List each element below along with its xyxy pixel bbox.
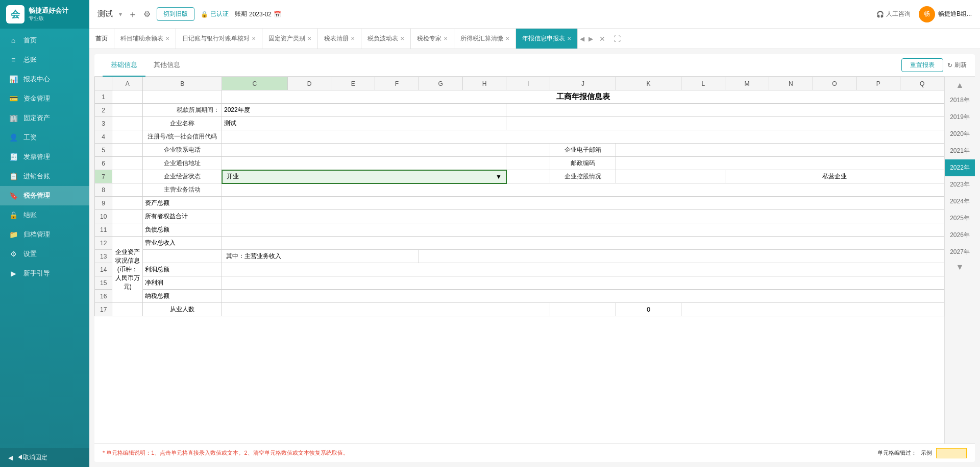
cell-k17[interactable] [681, 303, 944, 316]
sidebar-item-archive[interactable]: 📁 归档管理 [0, 225, 89, 244]
col-header-n[interactable]: N [769, 77, 813, 90]
cell-i7[interactable] [506, 170, 550, 183]
cell-c5[interactable] [222, 144, 506, 157]
cell-title[interactable]: 工商年报信息表 [222, 90, 944, 104]
cell-b13[interactable] [143, 250, 222, 263]
year-2019[interactable]: 2019年 [945, 109, 975, 126]
cell-b17[interactable]: 从业人数 [143, 303, 222, 316]
sidebar-item-guide[interactable]: ▶ 新手引导 [0, 264, 89, 283]
tab-close-icon[interactable]: ✕ [351, 36, 355, 41]
col-header-i[interactable]: I [506, 77, 550, 90]
year-2022[interactable]: 2022年 [945, 159, 975, 176]
tab-close-icon[interactable]: ✕ [252, 36, 256, 41]
tab-close-icon[interactable]: ✕ [400, 36, 404, 41]
tab-tax-check[interactable]: 税检专家 ✕ [411, 29, 454, 49]
col-header-m[interactable]: M [725, 77, 769, 90]
col-header-a[interactable]: A [112, 77, 143, 90]
cell-a6[interactable] [112, 157, 143, 170]
sidebar-item-close[interactable]: 🔒 结账 [0, 205, 89, 225]
cell-b15[interactable]: 净利润 [143, 276, 222, 290]
add-tab-button[interactable]: ＋ [128, 8, 137, 20]
tab-tax-list[interactable]: 税表清册 ✕ [318, 29, 361, 49]
cell-b2[interactable]: 税款所属期间： [143, 104, 222, 117]
cell-c2[interactable]: 2022年度 [222, 104, 506, 117]
tab-close-icon[interactable]: ✕ [505, 36, 509, 41]
cell-c13[interactable]: 其中：主营业务收入 [222, 250, 419, 263]
cell-a8[interactable] [112, 183, 143, 197]
tab-journal[interactable]: 日记账与银行对账单核对 ✕ [176, 29, 262, 49]
year-2024[interactable]: 2024年 [945, 193, 975, 210]
user-menu[interactable]: 畅 畅捷通B组... [919, 6, 972, 22]
sidebar-item-home[interactable]: ⌂ 首页 [0, 31, 89, 50]
tab-next-button[interactable]: ▶ [586, 29, 595, 49]
tab-income-tax[interactable]: 所得税汇算清缴 ✕ [454, 29, 516, 49]
cell-k6[interactable] [616, 157, 944, 170]
support-button[interactable]: 🎧 人工咨询 [876, 10, 911, 18]
refresh-button[interactable]: ↻ 刷新 [947, 58, 967, 72]
cell-a12-merged[interactable]: 企业资产状况信息(币种：人民币万元) [112, 237, 143, 303]
cell-i6[interactable] [506, 157, 550, 170]
cell-c11[interactable] [222, 223, 944, 237]
cell-b5[interactable]: 企业联系电话 [143, 144, 222, 157]
year-2027[interactable]: 2027年 [945, 244, 975, 261]
cell-c10[interactable] [222, 210, 944, 223]
cell-j7[interactable]: 企业控股情况 [550, 170, 616, 183]
tab-close-all-button[interactable]: ✕ [595, 29, 609, 49]
cell-j17[interactable]: 0 [616, 303, 681, 316]
topbar-dropdown-icon[interactable]: ▾ [119, 11, 122, 18]
cell-b9[interactable]: 资产总额 [143, 197, 222, 210]
cell-a2[interactable] [112, 104, 143, 117]
settings-button[interactable]: ⚙ [143, 9, 151, 19]
cell-c8[interactable] [222, 183, 944, 197]
cell-b16[interactable]: 纳税总额 [143, 290, 222, 303]
sidebar-item-ledger[interactable]: ≡ 总账 [0, 50, 89, 69]
cell-a9[interactable] [112, 197, 143, 210]
cell-a17[interactable] [112, 303, 143, 316]
tab-auxiliary[interactable]: 科目辅助余额表 ✕ [114, 29, 176, 49]
tab-annual-report[interactable]: 年报信息申报表 ✕ [516, 29, 578, 49]
cell-c7-selected[interactable]: 开业 ▼ [222, 170, 506, 183]
col-header-d[interactable]: D [287, 77, 331, 90]
cell-a3[interactable] [112, 117, 143, 130]
cell-a1[interactable] [112, 90, 143, 104]
cell-c4[interactable] [222, 130, 944, 144]
cell-j6[interactable]: 邮政编码 [550, 157, 616, 170]
tab-home[interactable]: 首页 [89, 29, 114, 49]
sub-tab-other[interactable]: 其他信息 [145, 54, 188, 77]
year-scroll-down[interactable]: ▼ [954, 261, 966, 274]
calendar-icon[interactable]: 📅 [274, 11, 281, 18]
cell-b1[interactable] [143, 90, 222, 104]
cell-b4[interactable]: 注册号/统一社会信用代码 [143, 130, 222, 144]
cell-a10[interactable] [112, 210, 143, 223]
switch-version-button[interactable]: 切到旧版 [157, 7, 194, 21]
col-header-g[interactable]: G [419, 77, 462, 90]
cell-i17[interactable] [550, 303, 616, 316]
cell-c17[interactable] [222, 303, 550, 316]
tab-tax-wave[interactable]: 税负波动表 ✕ [361, 29, 411, 49]
tab-expand-button[interactable]: ⛶ [609, 29, 625, 49]
tab-close-icon[interactable]: ✕ [444, 36, 448, 41]
year-2025[interactable]: 2025年 [945, 210, 975, 227]
dropdown-arrow-icon[interactable]: ▼ [496, 173, 502, 180]
col-header-b[interactable]: B [143, 77, 222, 90]
cell-c12[interactable] [222, 237, 944, 250]
cell-b12[interactable]: 营业总收入 [143, 237, 222, 250]
year-scroll-up[interactable]: ▲ [954, 79, 966, 92]
cell-c14[interactable] [222, 263, 944, 276]
reset-button[interactable]: 重置报表 [901, 58, 943, 72]
col-header-e[interactable]: E [331, 77, 375, 90]
col-header-q[interactable]: Q [900, 77, 944, 90]
cell-c16[interactable] [222, 290, 944, 303]
cell-j5[interactable]: 企业电子邮箱 [550, 144, 616, 157]
spreadsheet-scroll[interactable]: A B C D E F G H I J K L [94, 77, 944, 443]
cell-k5[interactable] [616, 144, 944, 157]
cell-a11[interactable] [112, 223, 143, 237]
sidebar-item-invoice[interactable]: 🧾 发票管理 [0, 147, 89, 167]
col-header-c[interactable]: C [222, 77, 288, 90]
cell-c9[interactable] [222, 197, 944, 210]
cell-j2[interactable] [506, 104, 944, 117]
cell-a5[interactable] [112, 144, 143, 157]
cell-k7[interactable] [616, 170, 725, 183]
tab-close-icon[interactable]: ✕ [307, 36, 311, 41]
sub-tab-basic[interactable]: 基础信息 [103, 54, 145, 77]
